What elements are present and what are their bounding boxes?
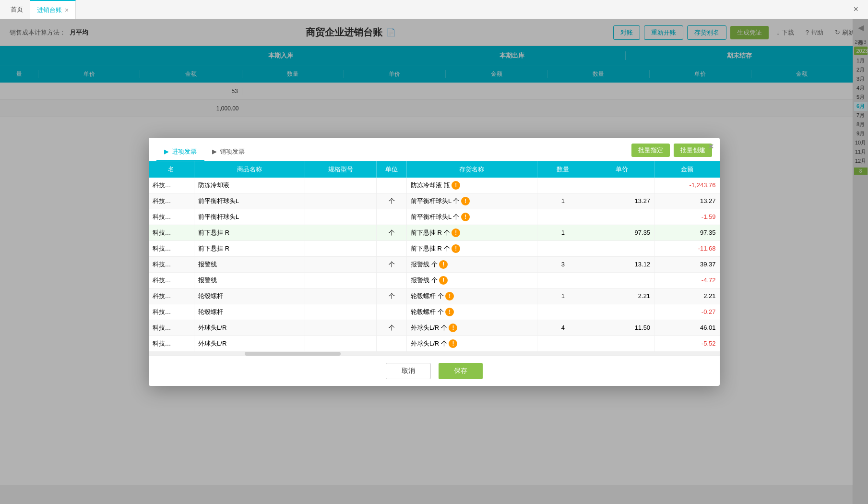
inventory-name-text: 前下悬挂 R 个 (411, 229, 450, 236)
save-button[interactable]: 保存 (439, 363, 483, 379)
modal-header: ▶ 进项发票 ▶ 销项发票 批量指定 批量创建 × (149, 138, 720, 161)
batch-assign-button[interactable]: 批量指定 (631, 144, 670, 157)
batch-create-button[interactable]: 批量创建 (674, 144, 712, 157)
warning-icon: ! (452, 181, 460, 190)
inventory-name-text: 防冻冷却液 瓶 (411, 181, 450, 189)
table-row[interactable]: 科技…报警线个报警线 个 !313.1239.37 (149, 256, 720, 272)
table-row[interactable]: 科技…外球头L/R外球头L/R 个 !-5.52 (149, 336, 720, 351)
window-close-button[interactable]: × (847, 4, 864, 14)
tab-close-icon[interactable]: × (65, 6, 69, 14)
warning-icon: ! (439, 260, 448, 269)
modal-table-wrapper: 名 商品名称 规格型号 单位 存货名称 数量 单价 金额 科技…防冻冷却液防冻冷… (149, 161, 720, 352)
table-row[interactable]: 科技…前平衡杆球头L前平衡杆球头L 个 !-1.59 (149, 209, 720, 225)
warning-icon: ! (461, 197, 470, 205)
tab-active[interactable]: 进销台账 × (30, 0, 76, 19)
tab-active-label: 进销台账 (37, 6, 62, 14)
inventory-name-text: 报警线 个 (411, 261, 438, 268)
tab-incoming-invoice[interactable]: ▶ 进项发票 (156, 144, 204, 161)
warning-icon: ! (461, 213, 470, 221)
table-row[interactable]: 科技…前平衡杆球头L个前平衡杆球头L 个 !113.2713.27 (149, 193, 720, 209)
inventory-name-text: 轮毂螺杆 个 (411, 308, 444, 315)
modal-footer: 取消 保存 (149, 356, 720, 386)
inventory-name-text: 报警线 个 (411, 276, 438, 284)
top-bar: 首页 进销台账 × × (0, 0, 868, 19)
inventory-name-text: 前平衡杆球头L 个 (411, 197, 459, 204)
warning-icon: ! (449, 324, 457, 332)
warning-icon: ! (445, 292, 454, 300)
th-amount: 金额 (654, 161, 720, 178)
table-row[interactable]: 科技…防冻冷却液防冻冷却液 瓶 !-1,243.76 (149, 178, 720, 193)
tab-home[interactable]: 首页 (4, 0, 30, 19)
outgoing-invoice-icon: ▶ (212, 148, 217, 155)
modal-dialog: ▶ 进项发票 ▶ 销项发票 批量指定 批量创建 × 名 (149, 138, 720, 386)
th-product-name: 商品名称 (194, 161, 305, 178)
modal-header-actions: 批量指定 批量创建 (631, 144, 712, 157)
warning-icon: ! (439, 276, 448, 285)
cancel-button[interactable]: 取消 (386, 363, 431, 379)
inventory-name-text: 外球头L/R 个 (411, 324, 447, 331)
warning-icon: ! (445, 308, 454, 316)
th-qty: 数量 (537, 161, 589, 178)
inventory-name-text: 前平衡杆球头L 个 (411, 213, 459, 220)
tab-outgoing-invoice[interactable]: ▶ 销项发票 (204, 144, 252, 161)
th-unit-price: 单价 (589, 161, 654, 178)
warning-icon: ! (449, 339, 457, 348)
table-row[interactable]: 科技…外球头L/R个外球头L/R 个 !411.5046.01 (149, 320, 720, 336)
th-inventory-name: 存货名称 (406, 161, 537, 178)
table-row[interactable]: 科技…轮毂螺杆个轮毂螺杆 个 !12.212.21 (149, 288, 720, 304)
table-row[interactable]: 科技…轮毂螺杆轮毂螺杆 个 !-0.27 (149, 304, 720, 320)
inventory-name-text: 前下悬挂 R 个 (411, 245, 450, 252)
warning-icon: ! (452, 228, 460, 237)
invoice-table: 名 商品名称 规格型号 单位 存货名称 数量 单价 金额 科技…防冻冷却液防冻冷… (149, 161, 720, 352)
table-row[interactable]: 科技…前下悬挂 R个前下悬挂 R 个 !197.3597.35 (149, 225, 720, 240)
th-spec: 规格型号 (305, 161, 377, 178)
horizontal-scrollbar[interactable] (149, 352, 720, 356)
th-unit: 单位 (377, 161, 406, 178)
table-row[interactable]: 科技…报警线报警线 个 !-4.72 (149, 272, 720, 288)
inventory-name-text: 外球头L/R 个 (411, 340, 447, 347)
main-content: 销售成本计算方法： 月平均 商贸企业进销台账 📄 对账 重新开账 存货别名 生成… (0, 19, 868, 504)
warning-icon: ! (452, 244, 460, 253)
modal-overlay: ▶ 进项发票 ▶ 销项发票 批量指定 批量创建 × 名 (0, 19, 868, 504)
incoming-invoice-icon: ▶ (164, 148, 169, 155)
inventory-name-text: 轮毂螺杆 个 (411, 292, 444, 300)
th-name-abbr: 名 (149, 161, 194, 178)
modal-close-button[interactable]: × (709, 142, 714, 152)
table-row[interactable]: 科技…前下悬挂 R前下悬挂 R 个 !-11.68 (149, 240, 720, 256)
